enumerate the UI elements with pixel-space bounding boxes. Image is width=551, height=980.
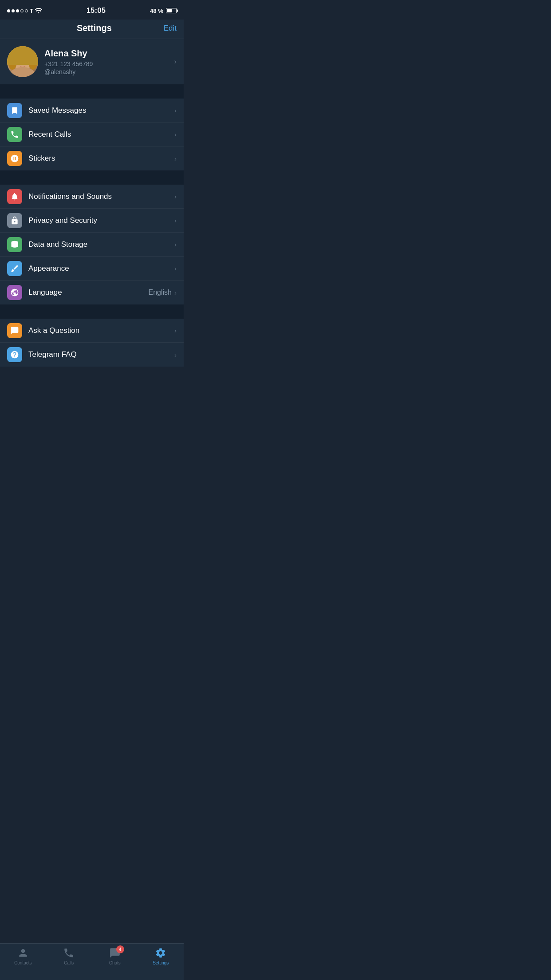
svg-point-2: [12, 46, 34, 61]
data-storage-chevron: ›: [174, 241, 177, 248]
faq-icon: [7, 347, 22, 362]
saved-messages-label: Saved Messages: [28, 106, 174, 115]
language-chevron: ›: [174, 289, 177, 296]
notifications-label: Notifications and Sounds: [28, 192, 174, 201]
telegram-faq-chevron: ›: [174, 351, 177, 359]
status-left: T: [7, 8, 42, 14]
status-time: 15:05: [87, 7, 106, 15]
status-bar: T 15:05 48 %: [0, 0, 184, 20]
nav-bar: Settings Edit: [0, 20, 184, 39]
svg-point-0: [10, 46, 35, 66]
section-divider-1: [0, 84, 184, 99]
svg-point-1: [15, 54, 31, 72]
data-storage-label: Data and Storage: [28, 240, 174, 249]
svg-point-7: [18, 61, 21, 63]
language-value: English: [149, 288, 172, 296]
sidebar-item-notifications[interactable]: Notifications and Sounds ›: [0, 185, 184, 209]
signal-icon: [7, 9, 28, 12]
battery-percent: 48 %: [150, 8, 163, 14]
sidebar-item-appearance[interactable]: Appearance ›: [0, 257, 184, 281]
settings-group-1: Saved Messages › Recent Calls › Stickers…: [0, 99, 184, 170]
carrier-label: T: [30, 8, 33, 14]
appearance-label: Appearance: [28, 264, 174, 273]
section-divider-2: [0, 170, 184, 185]
privacy-icon: [7, 213, 22, 228]
language-icon: [7, 285, 22, 300]
svg-rect-5: [20, 69, 26, 77]
sidebar-item-recent-calls[interactable]: Recent Calls ›: [0, 122, 184, 146]
status-right: 48 %: [150, 8, 177, 14]
saved-messages-chevron: ›: [174, 107, 177, 114]
data-storage-icon: [7, 237, 22, 252]
svg-point-4: [28, 54, 37, 70]
settings-group-2: Notifications and Sounds › Privacy and S…: [0, 185, 184, 304]
notifications-icon: [7, 189, 22, 204]
sidebar-item-telegram-faq[interactable]: Telegram FAQ ›: [0, 343, 184, 367]
language-label: Language: [28, 288, 149, 297]
wifi-icon: [35, 8, 42, 13]
edit-button[interactable]: Edit: [164, 24, 177, 33]
sidebar-item-data-storage[interactable]: Data and Storage ›: [0, 233, 184, 257]
settings-group-3: Ask a Question › Telegram FAQ ›: [0, 319, 184, 367]
svg-point-8: [24, 61, 27, 63]
section-divider-3: [0, 304, 184, 319]
profile-info: Alena Shy +321 123 456789 @alenashy: [44, 48, 168, 75]
telegram-faq-label: Telegram FAQ: [28, 350, 174, 359]
sidebar-item-saved-messages[interactable]: Saved Messages ›: [0, 99, 184, 122]
appearance-icon: [7, 261, 22, 276]
profile-chevron: ›: [174, 58, 177, 66]
svg-point-3: [8, 54, 17, 70]
battery-icon: [166, 8, 177, 13]
profile-section[interactable]: Alena Shy +321 123 456789 @alenashy ›: [0, 39, 184, 84]
recent-calls-label: Recent Calls: [28, 130, 174, 139]
sidebar-item-stickers[interactable]: Stickers ›: [0, 146, 184, 170]
svg-point-6: [10, 73, 35, 77]
profile-name: Alena Shy: [44, 48, 168, 59]
notifications-chevron: ›: [174, 193, 177, 200]
sidebar-item-ask-question[interactable]: Ask a Question ›: [0, 319, 184, 343]
profile-username: @alenashy: [44, 68, 168, 75]
profile-phone: +321 123 456789: [44, 60, 168, 67]
stickers-chevron: ›: [174, 155, 177, 162]
page-title: Settings: [77, 23, 112, 33]
privacy-label: Privacy and Security: [28, 216, 174, 225]
saved-messages-icon: [7, 103, 22, 118]
recent-calls-chevron: ›: [174, 130, 177, 138]
sidebar-item-privacy[interactable]: Privacy and Security ›: [0, 209, 184, 233]
privacy-chevron: ›: [174, 217, 177, 224]
stickers-label: Stickers: [28, 154, 174, 163]
appearance-chevron: ›: [174, 265, 177, 272]
ask-question-chevron: ›: [174, 327, 177, 334]
ask-question-icon: [7, 323, 22, 338]
sidebar-item-language[interactable]: Language English ›: [0, 281, 184, 304]
ask-question-label: Ask a Question: [28, 326, 174, 335]
stickers-icon: [7, 151, 22, 166]
avatar: [7, 46, 38, 77]
content-area: Alena Shy +321 123 456789 @alenashy › Sa…: [0, 39, 184, 403]
recent-calls-icon: [7, 127, 22, 142]
